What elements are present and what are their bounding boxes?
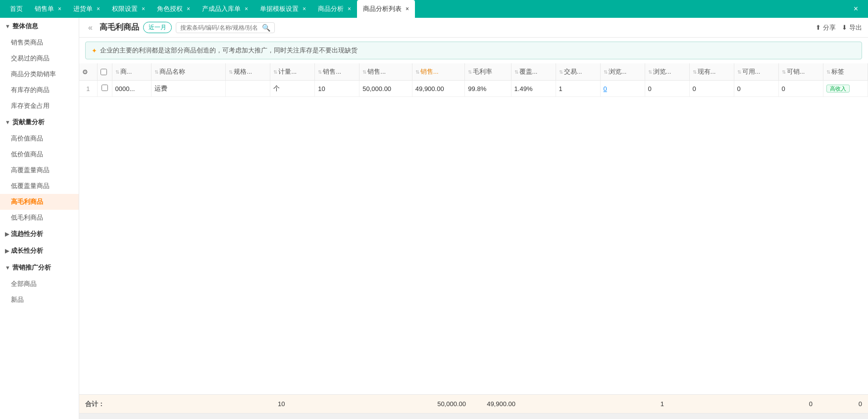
row-gross-margin: 99.8%: [465, 81, 511, 97]
nav-permission[interactable]: 权限设置 ×: [106, 0, 151, 18]
content-area: « 高毛利商品 近一月 🔍 ⬆ 分享 ⬇ 导出 ✦ 企业的主要的利润都是这部: [79, 18, 868, 419]
section-contribution-arrow: ▼: [5, 119, 10, 125]
th-saleable[interactable]: ⇅ 可销...: [778, 63, 823, 81]
nav-product-analysis[interactable]: 商品分析 ×: [312, 0, 357, 18]
sidebar-section-marketing[interactable]: ▼ 营销推广分析: [0, 259, 79, 276]
th-stock[interactable]: ⇅ 现有...: [689, 63, 734, 81]
sidebar-item-all-goods[interactable]: 全部商品: [0, 276, 79, 292]
sidebar-item-low-value[interactable]: 低价值商品: [0, 146, 79, 162]
sidebar-item-traded-goods[interactable]: 交易过的商品: [0, 50, 79, 66]
sidebar-section-growth[interactable]: ▶ 成长性分析: [0, 242, 79, 259]
sidebar-section-overall[interactable]: ▼ 整体信息: [0, 18, 79, 35]
share-btn[interactable]: ⬆ 分享: [816, 23, 836, 32]
row-coverage: 1.49%: [511, 81, 556, 97]
sidebar: ▼ 整体信息 销售类商品 交易过的商品 商品分类助销率 有库存的商品 库存资金占…: [0, 18, 79, 419]
th-sale-amount[interactable]: ⇅ 销售...: [359, 63, 412, 81]
export-icon: ⬇: [842, 24, 847, 31]
data-table-container[interactable]: ⚙ ⇅ 商... ⇅: [79, 63, 868, 394]
sidebar-item-stock-capital[interactable]: 库存资金占用: [0, 98, 79, 114]
nav-product-in-close[interactable]: ×: [245, 0, 248, 18]
row-name: 运费: [151, 81, 225, 97]
section-growth-arrow: ▶: [5, 248, 9, 254]
row-tag: 高收入: [823, 81, 868, 97]
nav-purchase[interactable]: 进货单 ×: [67, 0, 106, 18]
th-name[interactable]: ⇅ 商品名称: [151, 63, 225, 81]
nav-purchase-close[interactable]: ×: [97, 0, 100, 18]
th-spec[interactable]: ⇅ 规格...: [226, 63, 270, 81]
search-input[interactable]: [180, 24, 260, 31]
footer-transaction: 1: [624, 400, 664, 408]
nav-home[interactable]: 首页: [4, 0, 29, 18]
footer-sale-profit: 49,900.00: [476, 400, 515, 408]
th-settings[interactable]: ⚙: [79, 63, 97, 81]
th-browse2[interactable]: ⇅ 浏览...: [645, 63, 689, 81]
th-transaction[interactable]: ⇅ 交易...: [556, 63, 600, 81]
footer-sale-amount: 50,000.00: [426, 400, 466, 408]
sidebar-item-low-margin[interactable]: 低毛利商品: [0, 210, 79, 226]
row-sale-qty: 10: [315, 81, 359, 97]
nav-product-analysis-list-close[interactable]: ×: [406, 0, 409, 18]
footer-sale-qty: 10: [278, 400, 416, 408]
section-marketing-arrow: ▼: [5, 265, 10, 271]
sidebar-item-in-stock-goods[interactable]: 有库存的商品: [0, 82, 79, 98]
row-sale-amount: 50,000.00: [359, 81, 412, 97]
row-unit: 个: [270, 81, 315, 97]
sidebar-item-high-coverage[interactable]: 高覆盖量商品: [0, 162, 79, 178]
nav-template-close[interactable]: ×: [303, 0, 306, 18]
sidebar-collapse-btn[interactable]: «: [85, 22, 96, 33]
th-checkbox[interactable]: [97, 63, 112, 81]
th-tag[interactable]: ⇅ 标签: [823, 63, 868, 81]
row-stock: 0: [689, 81, 734, 97]
sidebar-item-new-goods[interactable]: 新品: [0, 292, 79, 308]
window-close-btn[interactable]: ×: [848, 4, 864, 13]
nav-template[interactable]: 单据模板设置 ×: [254, 0, 312, 18]
th-unit[interactable]: ⇅ 计量...: [270, 63, 315, 81]
content-header: « 高毛利商品 近一月 🔍 ⬆ 分享 ⬇ 导出: [79, 18, 868, 38]
table-row: 1 0000... 运费: [79, 81, 868, 97]
footer-bar: 合计： 10 50,000.00 49,900.00 1 0 0: [79, 394, 868, 413]
nav-product-in[interactable]: 产成品入库单 ×: [196, 0, 254, 18]
sidebar-section-trend[interactable]: ▶ 流趋性分析: [0, 226, 79, 242]
sidebar-item-high-value[interactable]: 高价值商品: [0, 131, 79, 146]
nav-role-close[interactable]: ×: [187, 0, 190, 18]
header-right-actions: ⬆ 分享 ⬇ 导出: [816, 23, 862, 32]
sidebar-item-high-margin[interactable]: 高毛利商品: [0, 194, 79, 210]
nav-sales[interactable]: 销售单 ×: [29, 0, 67, 18]
sidebar-item-category-rate[interactable]: 商品分类助销率: [0, 66, 79, 82]
table-header-row: ⚙ ⇅ 商... ⇅: [79, 63, 868, 81]
search-icon[interactable]: 🔍: [262, 24, 270, 32]
th-coverage[interactable]: ⇅ 覆盖...: [511, 63, 556, 81]
sidebar-section-contribution[interactable]: ▼ 贡献量分析: [0, 114, 79, 131]
th-sale-qty[interactable]: ⇅ 销售...: [315, 63, 359, 81]
info-banner: ✦ 企业的主要的利润都是这部分商品创造的，可考虑加大推广，同时关注库存是不要出现…: [85, 42, 862, 59]
row-select-checkbox[interactable]: [102, 85, 108, 91]
search-box: 🔍: [176, 22, 275, 33]
th-gross-margin[interactable]: ⇅ 毛利率: [465, 63, 511, 81]
nav-permission-close[interactable]: ×: [142, 0, 145, 18]
nav-sales-close[interactable]: ×: [58, 0, 61, 18]
th-sale-profit[interactable]: ⇅ 销售...: [412, 63, 465, 81]
export-btn[interactable]: ⬇ 导出: [842, 23, 862, 32]
share-icon: ⬆: [816, 24, 821, 31]
sidebar-item-low-coverage[interactable]: 低覆盖量商品: [0, 178, 79, 194]
footer-label: 合计：: [85, 400, 104, 409]
nav-product-analysis-list[interactable]: 商品分析列表 ×: [357, 0, 415, 18]
th-code[interactable]: ⇅ 商...: [112, 63, 151, 81]
nav-role[interactable]: 角色授权 ×: [151, 0, 196, 18]
row-code: 0000...: [112, 81, 151, 97]
row-saleable: 0: [778, 81, 823, 97]
nav-product-analysis-close[interactable]: ×: [348, 0, 351, 18]
footer-stock: 0: [773, 400, 813, 408]
th-browse1[interactable]: ⇅ 浏览...: [600, 63, 645, 81]
info-icon: ✦: [92, 47, 97, 54]
select-all-checkbox[interactable]: [101, 69, 107, 75]
horizontal-scrollbar[interactable]: [79, 413, 868, 419]
filter-recent-month-btn[interactable]: 近一月: [143, 22, 172, 33]
row-transaction: 1: [556, 81, 600, 97]
th-available[interactable]: ⇅ 可用...: [734, 63, 778, 81]
row-checkbox[interactable]: [97, 81, 112, 97]
row-browse1[interactable]: 0: [600, 81, 645, 97]
row-browse2: 0: [645, 81, 689, 97]
data-table: ⚙ ⇅ 商... ⇅: [79, 63, 868, 97]
sidebar-item-sales-goods[interactable]: 销售类商品: [0, 35, 79, 50]
